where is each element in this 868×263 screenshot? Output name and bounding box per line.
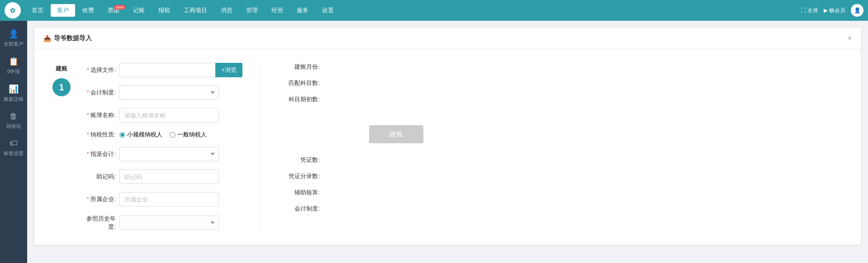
sidebar-item-declaration[interactable]: 📋 0申报 [1, 53, 26, 79]
ledger-name-label: 账簿名称: [80, 111, 116, 119]
right-accounting-system-row: 会计制度: [279, 205, 423, 213]
fullscreen-button[interactable]: ⛶ 全屏 [801, 7, 818, 14]
content-area: 📥 导爷数据导入 × 建账 1 选择文件: [27, 21, 868, 263]
voucher-row: 凭证数: [279, 156, 423, 164]
month-row: 建账月份: [279, 63, 423, 71]
sidebar-item-tag-settings[interactable]: 🏷 标签设置 [1, 135, 26, 160]
ledger-name-input[interactable] [119, 108, 219, 122]
sidebar: 👤 全部客户 📋 0申报 📊 账套迁移 🗑 回收站 🏷 标签设置 [0, 21, 27, 263]
ref-year-select[interactable] [119, 216, 219, 230]
form-fields: 选择文件: +浏览 会计制度: [80, 63, 242, 231]
vip-button[interactable]: ▶ 畅会员 [824, 7, 845, 14]
assist-calc-label: 辅助核算: [279, 188, 320, 197]
tax-type-radio-group: 小规模纳税人 一般纳税人 [119, 131, 207, 139]
accounting-system-wrapper [119, 85, 242, 100]
top-navigation: ✿ 首页 客户 收费 票据 new 记账 报税 工商项目 消息 管理 经营 服务… [0, 0, 868, 21]
right-fields: 建账月份: 匹配科目数: 科目期初数: 建账 [279, 63, 423, 213]
nav-right: ⛶ 全屏 ▶ 畅会员 👤 [801, 4, 863, 17]
all-clients-icon: 👤 [9, 29, 19, 39]
right-accounting-system-label: 会计制度: [279, 205, 320, 213]
sidebar-item-migration[interactable]: 📊 账套迁移 [1, 80, 26, 106]
match-subject-label: 匹配科目数: [279, 79, 320, 87]
form-left-section: 建账 1 选择文件: +浏览 [52, 63, 242, 231]
create-account-button: 建账 [369, 125, 423, 143]
dialog-card: 📥 导爷数据导入 × 建账 1 选择文件: [34, 28, 861, 245]
form-body: 建账 1 选择文件: +浏览 [34, 49, 861, 244]
nav-item-settings[interactable]: 设置 [316, 4, 340, 17]
nav-item-service[interactable]: 服务 [290, 4, 315, 17]
nav-item-operations[interactable]: 经营 [265, 4, 289, 17]
radio-small-input[interactable] [119, 132, 125, 138]
assign-accountant-label: 指派会计: [80, 150, 116, 158]
fullscreen-icon: ⛶ [801, 7, 806, 14]
user-avatar[interactable]: 👤 [851, 4, 863, 17]
assign-accountant-select[interactable] [119, 147, 219, 161]
file-label: 选择文件: [80, 66, 116, 74]
company-label: 所属企业: [80, 195, 116, 203]
nav-item-home[interactable]: 首页 [25, 4, 50, 17]
assist-code-label: 助记码: [80, 173, 116, 181]
tax-type-row: 纳税性质: 小规模纳税人 一般纳税人 [80, 131, 242, 139]
radio-small-taxpayer[interactable]: 小规模纳税人 [119, 131, 162, 139]
app-logo: ✿ [5, 2, 21, 19]
nav-item-clients[interactable]: 客户 [51, 4, 75, 17]
sidebar-item-recycle[interactable]: 🗑 回收站 [1, 108, 26, 133]
file-input-wrapper: +浏览 [119, 63, 242, 77]
period-initial-label: 科目期初数: [279, 95, 320, 103]
assist-code-row: 助记码: [80, 169, 242, 184]
right-panel: 建账月份: 匹配科目数: 科目期初数: 建账 [261, 63, 423, 231]
recycle-icon: 🗑 [9, 112, 18, 121]
accounting-system-select[interactable] [119, 85, 219, 100]
step-label-text: 建账 [56, 65, 67, 73]
create-btn-area: 建账 [279, 116, 423, 143]
accounting-system-label: 会计制度: [80, 89, 116, 97]
ref-year-label: 参照历史年度: [80, 215, 116, 231]
voucher-label: 凭证数: [279, 156, 320, 164]
main-layout: 👤 全部客户 📋 0申报 📊 账套迁移 🗑 回收站 🏷 标签设置 📥 导爷 [0, 21, 868, 263]
nav-item-billing[interactable]: 收费 [76, 4, 100, 17]
sidebar-item-all-clients[interactable]: 👤 全部客户 [1, 25, 26, 51]
dialog-header: 📥 导爷数据导入 × [34, 28, 861, 49]
company-input[interactable] [119, 192, 219, 207]
match-subject-row: 匹配科目数: [279, 79, 423, 87]
dialog-title: 📥 导爷数据导入 [43, 34, 92, 42]
accounting-system-row: 会计制度: [80, 85, 242, 100]
tag-settings-icon: 🏷 [9, 139, 18, 148]
dialog-close-button[interactable]: × [848, 34, 852, 42]
assist-calc-row: 辅助核算: [279, 188, 423, 197]
nav-items: 首页 客户 收费 票据 new 记账 报税 工商项目 消息 管理 经营 服务 设… [25, 4, 801, 17]
tax-type-label: 纳税性质: [80, 131, 116, 139]
assign-accountant-row: 指派会计: [80, 147, 242, 161]
company-row: 所属企业: [80, 192, 242, 207]
nav-item-manage[interactable]: 管理 [240, 4, 264, 17]
avatar-icon: 👤 [854, 7, 861, 14]
voucher-entries-row: 凭证分录数: [279, 172, 423, 180]
nav-item-invoice[interactable]: 票据 new [101, 4, 126, 17]
migration-icon: 📊 [9, 84, 19, 94]
step-circle: 1 [52, 78, 71, 96]
period-initial-row: 科目期初数: [279, 95, 423, 103]
assign-accountant-wrapper [119, 147, 242, 161]
radio-general-input[interactable] [170, 132, 175, 138]
nav-item-tax[interactable]: 报税 [152, 4, 176, 17]
ref-year-row: 参照历史年度: [80, 215, 242, 231]
ref-year-wrapper [119, 216, 242, 230]
declaration-icon: 📋 [9, 56, 19, 66]
nav-item-bookkeeping[interactable]: 记账 [127, 4, 151, 17]
browse-button[interactable]: +浏览 [215, 63, 242, 77]
vip-icon: ▶ [824, 7, 828, 14]
dialog-title-icon: 📥 [43, 35, 51, 42]
nav-item-business[interactable]: 工商项目 [177, 4, 213, 17]
nav-item-message[interactable]: 消息 [214, 4, 239, 17]
ledger-name-row: 账簿名称: [80, 108, 242, 122]
radio-general-taxpayer[interactable]: 一般纳税人 [170, 131, 207, 139]
file-row: 选择文件: +浏览 [80, 63, 242, 77]
month-label: 建账月份: [279, 63, 320, 71]
new-badge: new [114, 5, 125, 9]
voucher-entries-label: 凭证分录数: [279, 172, 320, 180]
assist-code-input[interactable] [119, 169, 219, 184]
logo-icon: ✿ [10, 7, 15, 14]
file-input[interactable] [119, 63, 215, 77]
